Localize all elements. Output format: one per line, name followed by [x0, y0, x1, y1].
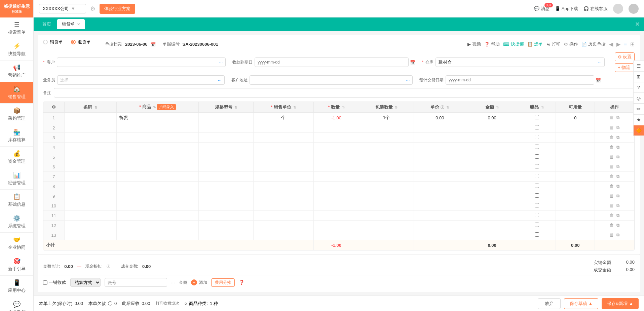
- expected-cal-icon[interactable]: 📅: [596, 78, 601, 83]
- cell-spec-10[interactable]: [199, 201, 253, 211]
- cell-price-4[interactable]: [414, 143, 466, 152]
- cell-spec-12[interactable]: [199, 221, 253, 230]
- cell-pkg-8[interactable]: [359, 182, 414, 191]
- cell-gift-9[interactable]: [518, 191, 556, 201]
- gift-check-13[interactable]: [535, 232, 539, 237]
- sidebar-item-guide[interactable]: 🎯 新手引导: [0, 254, 33, 276]
- cell-qty-10[interactable]: [313, 201, 359, 211]
- nav-next-icon[interactable]: ▶: [616, 41, 620, 47]
- th-pkg[interactable]: 包装数量 ⇅: [359, 102, 414, 113]
- cell-qty-12[interactable]: [313, 221, 359, 230]
- cell-amount-9[interactable]: [466, 191, 518, 201]
- cell-barcode-4[interactable]: [64, 143, 116, 152]
- payment-cal-icon[interactable]: 📅: [410, 60, 415, 65]
- cell-settings-11[interactable]: 11: [43, 211, 64, 221]
- cell-barcode-9[interactable]: [64, 191, 116, 201]
- delete-icon-1[interactable]: 🗑: [609, 115, 614, 120]
- cell-gift-11[interactable]: [518, 211, 556, 221]
- delete-icon-8[interactable]: 🗑: [609, 184, 614, 189]
- salesperson-input[interactable]: 选择... ···: [57, 75, 225, 85]
- sidebar-item-collab[interactable]: 🤝 企业协同: [0, 233, 33, 254]
- cell-pkg-7[interactable]: [359, 172, 414, 182]
- cell-gift-13[interactable]: [518, 230, 556, 240]
- cell-price-2[interactable]: [414, 123, 466, 133]
- discount-info-icon[interactable]: ⓘ: [107, 264, 110, 269]
- copy-icon-12[interactable]: ⧉: [616, 223, 619, 228]
- cell-amount-10[interactable]: [466, 201, 518, 211]
- cell-gift-12[interactable]: [518, 221, 556, 230]
- cell-barcode-13[interactable]: [64, 230, 116, 240]
- cell-gift-5[interactable]: [518, 152, 556, 162]
- th-spec[interactable]: 规格型号 ⇅: [199, 102, 253, 113]
- cell-settings-10[interactable]: 10: [43, 201, 64, 211]
- copy-icon-10[interactable]: ⧉: [616, 203, 619, 208]
- cell-price-1[interactable]: 0.00: [414, 113, 466, 123]
- cell-unit-9[interactable]: [253, 191, 313, 201]
- cell-gift-8[interactable]: [518, 182, 556, 191]
- cell-price-10[interactable]: [414, 201, 466, 211]
- delete-icon-13[interactable]: 🗑: [609, 232, 614, 237]
- cell-settings-7[interactable]: 7: [43, 172, 64, 182]
- message-btn[interactable]: 💬 消息 99+: [534, 6, 550, 12]
- cell-settings-1[interactable]: 1: [43, 113, 64, 123]
- copy-icon-2[interactable]: ⧉: [616, 125, 619, 130]
- cell-settings-3[interactable]: 3: [43, 133, 64, 143]
- copy-icon-3[interactable]: ⧉: [616, 135, 619, 140]
- tab-close-icon[interactable]: ✕: [77, 22, 80, 27]
- sidebar-item-purchase[interactable]: 📦 采购管理: [0, 104, 33, 125]
- cell-spec-2[interactable]: [199, 123, 253, 133]
- th-amount[interactable]: 金额 ⇅: [466, 102, 518, 113]
- cell-price-6[interactable]: [414, 162, 466, 172]
- customer-input[interactable]: ···: [57, 57, 226, 67]
- scan-btn[interactable]: 扫码录入: [157, 104, 176, 110]
- remark-input[interactable]: [54, 88, 635, 98]
- cell-gift-7[interactable]: [518, 172, 556, 182]
- cell-amount-6[interactable]: [466, 162, 518, 172]
- price-info-icon[interactable]: ⓘ: [441, 105, 444, 109]
- one-click-pay-check[interactable]: [43, 280, 47, 285]
- gift-check-4[interactable]: [535, 145, 539, 149]
- sidebar-item-appstore[interactable]: 📱 应用中心: [0, 276, 33, 297]
- avatar2[interactable]: [629, 4, 639, 14]
- gift-check-3[interactable]: [535, 135, 539, 139]
- cell-price-3[interactable]: [414, 133, 466, 143]
- delete-icon-11[interactable]: 🗑: [609, 213, 614, 218]
- cell-pkg-3[interactable]: [359, 133, 414, 143]
- cell-pkg-9[interactable]: [359, 191, 414, 201]
- print-btn[interactable]: 🖨 打印: [546, 41, 561, 47]
- cell-barcode-2[interactable]: [64, 123, 116, 133]
- cell-qty-11[interactable]: [313, 211, 359, 221]
- cell-unit-13[interactable]: [253, 230, 313, 240]
- cell-product-3[interactable]: [116, 133, 198, 143]
- sidebar-item-basic[interactable]: 📋 基础信息: [0, 190, 33, 211]
- cell-price-13[interactable]: [414, 230, 466, 240]
- sidebar-item-system[interactable]: ⚙️ 系统管理: [0, 211, 33, 233]
- rfb-help[interactable]: ?: [633, 82, 644, 93]
- delete-icon-4[interactable]: 🗑: [609, 145, 614, 150]
- fee-btn[interactable]: 费用分摊: [211, 278, 235, 287]
- copy-icon-11[interactable]: ⧉: [616, 213, 619, 218]
- cell-settings-9[interactable]: 9: [43, 191, 64, 201]
- save-new-btn[interactable]: 保存&新增 ▲: [602, 298, 639, 309]
- delete-icon-2[interactable]: 🗑: [609, 125, 614, 130]
- cell-qty-2[interactable]: [313, 123, 359, 133]
- cell-price-7[interactable]: [414, 172, 466, 182]
- cell-product-13[interactable]: [116, 230, 198, 240]
- cell-barcode-11[interactable]: [64, 211, 116, 221]
- cell-pkg-5[interactable]: [359, 152, 414, 162]
- select-btn[interactable]: 📋 选单: [527, 41, 543, 47]
- cell-price-8[interactable]: [414, 182, 466, 191]
- cell-unit-6[interactable]: [253, 162, 313, 172]
- abandon-btn[interactable]: 放弃: [538, 298, 561, 309]
- cell-qty-5[interactable]: [313, 152, 359, 162]
- customer-dots[interactable]: ···: [219, 60, 223, 65]
- cell-qty-9[interactable]: [313, 191, 359, 201]
- cell-spec-5[interactable]: [199, 152, 253, 162]
- tab-sales-order[interactable]: 销货单 ✕: [57, 19, 85, 29]
- cell-product-5[interactable]: [116, 152, 198, 162]
- cell-spec-9[interactable]: [199, 191, 253, 201]
- add-payment-btn[interactable]: +: [191, 279, 197, 285]
- cell-amount-11[interactable]: [466, 211, 518, 221]
- cell-spec-13[interactable]: [199, 230, 253, 240]
- cell-qty-13[interactable]: [313, 230, 359, 240]
